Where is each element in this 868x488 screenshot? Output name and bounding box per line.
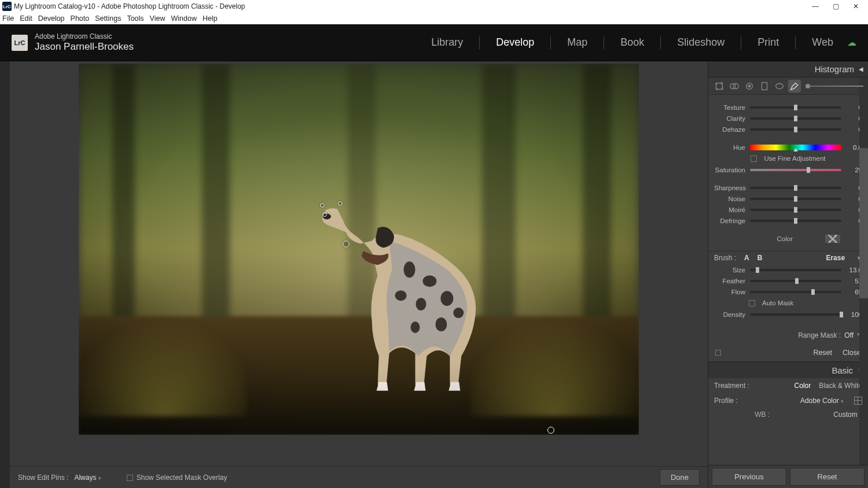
slider-defringe[interactable]: Defringe0	[708, 215, 868, 226]
slider-saturation[interactable]: Saturation29	[708, 164, 868, 175]
menu-file[interactable]: File	[2, 14, 14, 23]
minimize-button[interactable]: —	[812, 2, 819, 10]
close-button[interactable]: ✕	[853, 2, 859, 10]
menu-develop[interactable]: Develop	[38, 14, 65, 23]
panel-scrollbar-thumb[interactable]	[859, 148, 868, 298]
local-adjustment-tools	[708, 77, 868, 95]
module-book[interactable]: Book	[617, 36, 648, 49]
spot-removal-icon[interactable]	[728, 80, 741, 93]
radial-filter-icon[interactable]	[773, 80, 786, 93]
adjustment-pin[interactable]	[343, 241, 350, 247]
product-name: Adobe Lightroom Classic	[35, 32, 134, 40]
slider-clarity[interactable]: Clarity0	[708, 113, 868, 124]
slider-texture[interactable]: Texture0	[708, 102, 868, 113]
reset-close-bar: Reset Close	[708, 344, 868, 362]
module-web[interactable]: Web	[808, 36, 837, 49]
menu-bar: File Edit Develop Photo Settings Tools V…	[0, 13, 868, 24]
profile-row[interactable]: Profile : Adobe Color ▾	[708, 393, 868, 408]
menu-help[interactable]: Help	[203, 14, 218, 23]
canvas-toolbar: Show Edit Pins : Always ▾ Show Selected …	[10, 466, 708, 488]
svg-rect-14	[762, 82, 767, 90]
svg-point-15	[776, 83, 784, 88]
reset-button[interactable]: Reset	[790, 468, 865, 486]
module-map[interactable]: Map	[564, 36, 591, 49]
previous-button[interactable]: Previous	[712, 468, 786, 486]
crop-tool-icon[interactable]	[713, 80, 726, 93]
right-panel: Histogram◀ Texture0 Clarity0 Dehaze0 Hue…	[708, 61, 868, 488]
slider-hue[interactable]: Hue0.0	[708, 142, 868, 153]
menu-window[interactable]: Window	[171, 14, 196, 23]
treatment-row: Treatment : Color Black & White	[708, 378, 868, 393]
cloud-sync-icon[interactable]: ☁	[847, 37, 856, 48]
slider-moire[interactable]: Moiré0	[708, 204, 868, 215]
window-controls: — ▢ ✕	[812, 2, 866, 10]
maximize-button[interactable]: ▢	[833, 2, 839, 10]
app-badge-icon: LrC	[2, 2, 12, 11]
lrc-logo-icon: LrC	[12, 35, 28, 51]
treatment-bw[interactable]: Black & White	[819, 382, 862, 390]
slider-dehaze[interactable]: Dehaze0	[708, 124, 868, 135]
window-title: My Lightroom Catalog-v10 - Adobe Photosh…	[14, 2, 245, 10]
menu-settings[interactable]: Settings	[95, 14, 121, 23]
adjustment-pin-active[interactable]	[547, 427, 554, 434]
module-tabs: Library Develop Map Book Slideshow Print…	[428, 36, 837, 49]
left-panel-collapsed[interactable]	[0, 61, 10, 488]
basic-header[interactable]: Basic▼	[708, 362, 868, 378]
brush-mode-bar: Brush : A B Erase ▼	[708, 251, 868, 264]
panel-toggle-icon[interactable]	[715, 350, 721, 356]
module-print[interactable]: Print	[754, 36, 782, 49]
show-edit-pins-value[interactable]: Always ▾	[74, 474, 101, 482]
identity-plate: Adobe Lightroom Classic Jason Parnell-Br…	[35, 32, 134, 53]
histogram-header[interactable]: Histogram◀	[708, 61, 868, 77]
show-edit-pins-label: Show Edit Pins :	[18, 474, 68, 482]
nav-buttons: Previous Reset	[708, 465, 868, 488]
redeye-tool-icon[interactable]	[743, 80, 756, 93]
graduated-filter-icon[interactable]	[758, 80, 771, 93]
menu-view[interactable]: View	[150, 14, 165, 23]
menu-tools[interactable]: Tools	[127, 14, 144, 23]
slider-noise[interactable]: Noise0	[708, 193, 868, 204]
adjustment-pin[interactable]	[322, 212, 327, 217]
image-canvas[interactable]	[10, 61, 708, 466]
adjustment-pin[interactable]	[338, 201, 343, 206]
color-swatch-row[interactable]: Color	[708, 233, 868, 244]
user-name: Jason Parnell-Brookes	[35, 41, 134, 53]
brush-label: Brush :	[714, 254, 736, 262]
slider-density[interactable]: Density100	[708, 309, 868, 320]
done-button[interactable]: Done	[660, 469, 700, 486]
adjustment-pin[interactable]	[320, 203, 325, 208]
slider-feather[interactable]: Feather51	[708, 275, 868, 286]
use-fine-adjustment[interactable]: Use Fine Adjustment	[708, 153, 868, 164]
module-develop[interactable]: Develop	[492, 36, 538, 49]
color-swatch[interactable]	[825, 235, 840, 243]
collapse-icon: ◀	[859, 66, 863, 72]
module-library[interactable]: Library	[428, 36, 466, 49]
auto-mask-checkbox[interactable]: Auto Mask	[708, 297, 868, 309]
show-mask-overlay-checkbox[interactable]: Show Selected Mask Overlay	[127, 474, 227, 482]
menu-edit[interactable]: Edit	[20, 14, 32, 23]
brush-close-button[interactable]: Close	[843, 349, 861, 357]
svg-point-11	[733, 83, 738, 88]
treatment-label: Treatment :	[714, 382, 749, 390]
slider-flow[interactable]: Flow69	[708, 286, 868, 297]
svg-point-13	[748, 85, 751, 87]
range-mask[interactable]: Range Mask :Off▾	[708, 327, 868, 344]
treatment-color[interactable]: Color	[795, 382, 811, 390]
module-slideshow[interactable]: Slideshow	[674, 36, 728, 49]
photo-preview[interactable]	[79, 64, 639, 435]
module-bar: LrC Adobe Lightroom Classic Jason Parnel…	[0, 24, 868, 61]
profile-browser-icon[interactable]	[854, 397, 862, 405]
menu-photo[interactable]: Photo	[71, 14, 90, 23]
brush-erase[interactable]: Erase	[826, 254, 845, 262]
brush-b[interactable]: B	[757, 254, 763, 262]
exposure-strip[interactable]	[806, 86, 863, 87]
wb-row[interactable]: WB : Custom ▾	[708, 408, 868, 421]
adjustment-brush-icon[interactable]	[788, 80, 801, 93]
brush-a[interactable]: A	[744, 254, 749, 262]
slider-size[interactable]: Size13.0	[708, 264, 868, 275]
slider-sharpness[interactable]: Sharpness0	[708, 182, 868, 193]
brush-reset-button[interactable]: Reset	[813, 349, 832, 357]
window-titlebar: LrC My Lightroom Catalog-v10 - Adobe Pho…	[0, 0, 868, 13]
